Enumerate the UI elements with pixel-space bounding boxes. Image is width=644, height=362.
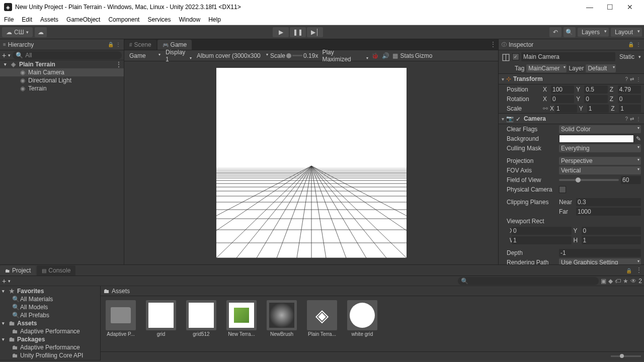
- menu-gameobject[interactable]: GameObject: [66, 16, 100, 23]
- stats-button[interactable]: Stats: [400, 52, 414, 59]
- menu-help[interactable]: Help: [208, 16, 221, 23]
- thumbnail-size-slider[interactable]: [611, 355, 641, 357]
- fov-field[interactable]: 60: [621, 176, 641, 184]
- project-search[interactable]: 🔍: [458, 277, 599, 285]
- tab-console[interactable]: ▤Console: [37, 265, 75, 276]
- tree-packages[interactable]: ▾🖿Packages: [0, 335, 100, 343]
- menu-icon[interactable]: ⋮: [636, 42, 641, 47]
- fov-axis-dropdown[interactable]: Vertical: [559, 166, 641, 174]
- depth-field[interactable]: -1: [559, 249, 641, 257]
- aspect-dropdown[interactable]: Album cover (3000x300: [194, 51, 269, 60]
- layer-dropdown[interactable]: Default: [586, 64, 616, 72]
- position-y-field[interactable]: 0.5: [584, 85, 607, 94]
- search-button[interactable]: 🔍: [564, 27, 576, 37]
- tab-scene[interactable]: #Scene: [124, 40, 156, 50]
- help-icon[interactable]: ?: [625, 116, 628, 122]
- background-color-field[interactable]: [559, 135, 634, 143]
- asset-item[interactable]: NewBrush: [266, 300, 298, 337]
- scale-slider[interactable]: [286, 53, 291, 58]
- asset-item[interactable]: white grid: [346, 300, 378, 337]
- close-button[interactable]: ✕: [620, 0, 640, 14]
- rendering-path-dropdown[interactable]: Use Graphics Setting: [559, 258, 641, 265]
- menu-edit[interactable]: Edit: [22, 16, 32, 23]
- menu-window[interactable]: Window: [179, 16, 200, 23]
- tree-assets[interactable]: ▾🖿Assets: [0, 319, 100, 327]
- audio-icon[interactable]: 🔊: [382, 52, 389, 59]
- menu-component[interactable]: Component: [108, 16, 139, 23]
- add-button[interactable]: +: [2, 51, 6, 59]
- menu-icon[interactable]: ⋮: [116, 42, 121, 47]
- tree-item[interactable]: 🖿Unity Profiling Core API: [0, 351, 100, 359]
- chevron-down-icon[interactable]: ▾: [8, 53, 11, 58]
- menu-icon[interactable]: ⋮: [636, 76, 641, 82]
- asset-item[interactable]: New Terra...: [225, 300, 258, 337]
- tree-item[interactable]: 🔍All Materials: [0, 295, 100, 303]
- viewport-y-field[interactable]: 0: [582, 227, 641, 235]
- active-checkbox[interactable]: ✓: [512, 53, 519, 60]
- physical-camera-checkbox[interactable]: [559, 186, 566, 193]
- play-button[interactable]: ▶: [273, 27, 289, 37]
- lock-icon[interactable]: 🔒: [624, 266, 634, 276]
- static-dropdown[interactable]: Static: [617, 52, 636, 61]
- scale-y-field[interactable]: 1: [587, 105, 609, 113]
- cloud-sync-button[interactable]: ☁: [35, 27, 47, 37]
- account-dropdown[interactable]: ☁ СШ ▾: [2, 27, 33, 37]
- game-viewport[interactable]: [124, 61, 498, 264]
- hierarchy-item[interactable]: ◉Directional Light: [0, 76, 124, 84]
- scale-x-field[interactable]: 1: [555, 105, 577, 113]
- hierarchy-search[interactable]: 🔍All: [13, 51, 122, 59]
- hidden-icon[interactable]: 👁: [630, 278, 636, 285]
- help-icon[interactable]: ?: [625, 76, 628, 82]
- chevron-down-icon[interactable]: ▾: [638, 54, 641, 59]
- maximize-button[interactable]: ☐: [600, 0, 620, 14]
- save-search-icon[interactable]: ★: [623, 278, 628, 285]
- game-mode-dropdown[interactable]: Game: [126, 51, 162, 60]
- stats-icon[interactable]: ▦: [392, 52, 398, 59]
- layout-dropdown[interactable]: Layout: [611, 28, 642, 37]
- tag-dropdown[interactable]: MainCamer: [526, 64, 567, 72]
- asset-item[interactable]: grid: [145, 300, 177, 337]
- menu-icon[interactable]: ⋮: [488, 39, 498, 50]
- tree-item[interactable]: 🖿Adaptive Performance: [0, 343, 100, 351]
- tree-favorites[interactable]: ▾★Favorites: [0, 287, 100, 295]
- link-icon[interactable]: ⚯: [543, 105, 548, 112]
- tree-item[interactable]: 🔍All Prefabs: [0, 311, 100, 319]
- layers-dropdown[interactable]: Layers: [578, 28, 609, 37]
- menu-icon[interactable]: ⋮: [634, 264, 644, 276]
- viewport-w-field[interactable]: 1: [512, 236, 572, 244]
- viewport-h-field[interactable]: 1: [582, 236, 641, 244]
- menu-icon[interactable]: ⋮: [116, 61, 122, 68]
- rotation-z-field[interactable]: 0: [618, 95, 641, 103]
- menu-file[interactable]: File: [4, 16, 14, 23]
- tree-item[interactable]: 🖿Adaptive Performance: [0, 327, 100, 335]
- step-button[interactable]: ▶│: [307, 27, 323, 37]
- scene-root[interactable]: ▾◈ Plain Terrain ⋮: [0, 60, 124, 68]
- asset-item[interactable]: ◈Plain Terra...: [306, 300, 338, 337]
- undo-history-button[interactable]: ↶: [549, 27, 561, 37]
- menu-assets[interactable]: Assets: [40, 16, 58, 23]
- culling-mask-dropdown[interactable]: Everything: [559, 144, 641, 152]
- transform-header[interactable]: ▾⊹ Transform ? ⇄ ⋮: [499, 73, 644, 84]
- preset-icon[interactable]: ⇄: [630, 116, 634, 122]
- filter-icon[interactable]: ▣: [601, 278, 606, 285]
- far-clip-field[interactable]: 1000: [576, 208, 641, 216]
- lock-icon[interactable]: 🔒: [108, 42, 114, 47]
- scale-z-field[interactable]: 1: [619, 105, 641, 113]
- object-name-field[interactable]: Main Camera: [521, 52, 615, 61]
- filter-type-icon[interactable]: ◆: [608, 278, 613, 285]
- hierarchy-item[interactable]: ◉Main Camera: [0, 68, 124, 76]
- rotation-x-field[interactable]: 0: [551, 95, 574, 103]
- projection-dropdown[interactable]: Perspective: [559, 157, 641, 165]
- bug-icon[interactable]: 🐞: [371, 52, 379, 59]
- camera-header[interactable]: ▾📷 ✓ Camera ? ⇄ ⋮: [499, 113, 644, 124]
- rotation-y-field[interactable]: 0: [584, 95, 607, 103]
- preset-icon[interactable]: ⇄: [630, 76, 634, 82]
- chevron-down-icon[interactable]: ▾: [8, 279, 11, 284]
- add-button[interactable]: +: [2, 277, 6, 285]
- tree-item[interactable]: 🔍All Models: [0, 303, 100, 311]
- asset-item[interactable]: Adaptive P...: [105, 300, 137, 337]
- lock-icon[interactable]: 🔒: [628, 42, 634, 47]
- filter-label-icon[interactable]: 🏷: [615, 278, 621, 285]
- position-x-field[interactable]: 100: [551, 85, 574, 94]
- pause-button[interactable]: ❚❚: [290, 27, 306, 37]
